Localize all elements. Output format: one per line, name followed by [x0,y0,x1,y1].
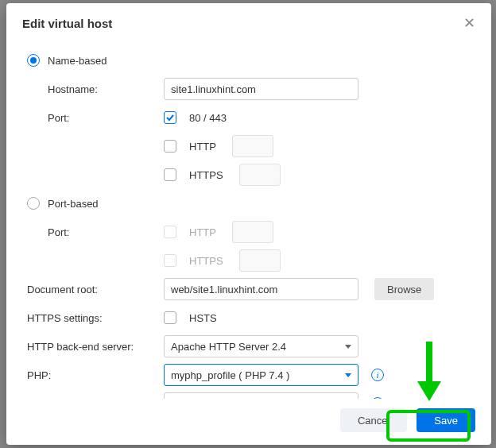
chevron-down-icon [345,373,351,377]
port-default-label: 80 / 443 [189,112,227,124]
hsts-label: HSTS [189,312,217,324]
pb-http-checkbox [164,226,176,238]
https-port-input[interactable] [239,164,281,186]
close-icon[interactable]: ✕ [463,14,475,32]
php-value: myphp_profile ( PHP 7.4 ) [171,369,289,381]
http-checkbox[interactable] [164,140,176,153]
name-based-label: Name-based [48,55,107,67]
backend-label: HTTP back-end server: [27,341,164,353]
port-based-label: Port-based [48,198,99,210]
port-label-2: Port: [27,226,164,238]
hostname-label: Hostname: [27,83,164,95]
dialog-header: Edit virtual host ✕ [6,3,491,41]
dialog-title: Edit virtual host [22,17,112,30]
php-label: PHP: [27,369,164,381]
port-based-row[interactable]: Port-based [27,191,471,216]
pb-https-checkbox [164,254,176,267]
backend-value: Apache HTTP Server 2.4 [171,341,286,353]
save-button[interactable]: Save [417,408,475,432]
dialog-footer: Cancel Save [6,399,491,445]
name-based-radio[interactable] [27,54,40,67]
port-label: Port: [27,112,164,124]
hostname-input[interactable] [164,78,358,100]
backend-select[interactable]: Apache HTTP Server 2.4 [164,335,358,357]
edit-virtual-host-dialog: Edit virtual host ✕ Name-based Hostname:… [6,3,491,445]
port-based-radio[interactable] [27,197,40,210]
info-icon[interactable]: i [371,369,384,381]
cancel-button[interactable]: Cancel [340,408,407,432]
https-checkbox[interactable] [164,168,176,181]
pb-http-port-input [232,221,273,243]
access-select[interactable]: Not configured [164,392,358,399]
https-label: HTTPS [189,169,223,181]
pb-http-label: HTTP [189,226,216,238]
document-root-input[interactable] [164,278,358,300]
name-based-row[interactable]: Name-based [27,48,471,73]
document-root-label: Document root: [27,284,164,295]
browse-button[interactable]: Browse [374,278,434,300]
https-settings-label: HTTPS settings: [27,312,164,324]
hsts-checkbox[interactable] [164,311,176,324]
pb-https-port-input [239,249,281,272]
dialog-body: Name-based Hostname: Port: 80 / 443 HTTP [6,41,491,399]
http-port-input[interactable] [232,135,273,157]
pb-https-label: HTTPS [189,255,223,267]
http-label: HTTP [189,141,216,153]
php-select[interactable]: myphp_profile ( PHP 7.4 ) [164,364,358,386]
port-default-checkbox[interactable] [164,111,176,124]
chevron-down-icon [345,345,351,349]
